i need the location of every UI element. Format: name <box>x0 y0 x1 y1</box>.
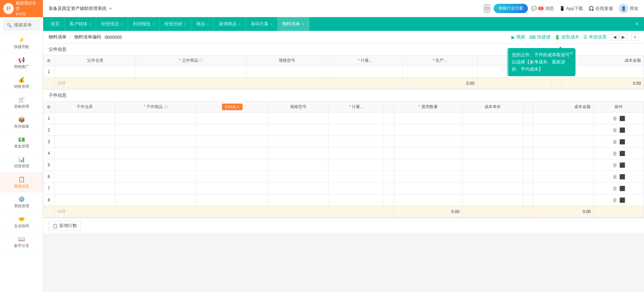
sidebar-item-inventory[interactable]: 📦 库存核算 <box>0 113 43 133</box>
sidebar-item-basics[interactable]: 📋 基础信息 <box>0 173 43 192</box>
child-qty-1[interactable] <box>394 113 462 124</box>
tab-barcode[interactable]: 条码方案 × <box>246 17 277 31</box>
child-unit-cost-3[interactable] <box>462 136 523 148</box>
child-unit-cost-2[interactable] <box>462 124 523 136</box>
child-goods-2[interactable] <box>115 124 196 136</box>
delete-icon-4[interactable]: 🗑 <box>612 151 617 156</box>
child-qty-3[interactable] <box>394 136 462 148</box>
delete-icon-5[interactable]: 🗑 <box>612 162 617 168</box>
child-warehouse-3[interactable] <box>54 136 115 148</box>
message-button[interactable]: 💬 6 消息 <box>531 5 554 12</box>
child-measure-6[interactable] <box>329 171 384 183</box>
child-unit-cost-7[interactable] <box>462 183 523 194</box>
online-service-button[interactable]: 🎧 在线客服 <box>589 5 613 12</box>
delete-icon-6[interactable]: 🗑 <box>612 174 617 179</box>
tab-profit[interactable]: 利润报告 × <box>128 17 160 31</box>
copy-icon-7[interactable]: ⬛ <box>619 186 625 191</box>
child-goods-5[interactable] <box>115 159 196 171</box>
child-warehouse-5[interactable] <box>54 159 115 171</box>
delete-icon-1[interactable]: 🗑 <box>612 116 617 121</box>
child-unit-cost-5[interactable] <box>462 159 523 171</box>
add-rows-button[interactable]: 📋 新增行数 <box>49 221 81 231</box>
child-measure-7[interactable] <box>329 183 384 194</box>
child-measure-2[interactable] <box>329 124 384 136</box>
child-qty-8[interactable] <box>394 194 462 206</box>
sidebar-item-marketing[interactable]: 📢 营销推广 <box>0 53 43 73</box>
child-spec-8[interactable] <box>268 194 329 206</box>
child-unit-cost-1[interactable] <box>462 113 523 124</box>
tab-bom[interactable]: 物料清单 × <box>277 17 309 31</box>
child-qty-6[interactable] <box>394 171 462 183</box>
copy-icon-2[interactable]: ⬛ <box>619 127 625 133</box>
child-measure-4[interactable] <box>329 148 384 159</box>
delete-icon-7[interactable]: 🗑 <box>612 186 617 191</box>
sidebar-item-finance[interactable]: 💵 资金管理 <box>0 133 43 153</box>
child-goods-8[interactable] <box>115 194 196 206</box>
action-view[interactable]: ▶ 视频 <box>511 34 525 40</box>
tab-customer-close[interactable]: × <box>89 22 91 26</box>
action-single-setting[interactable]: ☰ 单据设置 <box>583 34 607 40</box>
child-warehouse-6[interactable] <box>54 171 115 183</box>
sidebar-item-sales[interactable]: 💰 销售管理 <box>0 73 43 93</box>
delete-icon-2[interactable]: 🗑 <box>612 127 617 133</box>
child-warehouse-1[interactable] <box>54 113 115 124</box>
parent-goods-1[interactable] <box>136 66 246 78</box>
nav-next-button[interactable]: ▶ <box>619 34 627 40</box>
child-goods-6[interactable] <box>115 171 196 183</box>
sidebar-item-cooperation[interactable]: 🤝 企业协同 <box>0 212 43 232</box>
app-download-button[interactable]: 📱 App下载 <box>559 5 583 12</box>
tooltip-close-button[interactable]: × <box>570 50 573 57</box>
nav-prev-button[interactable]: ◀ <box>611 34 619 40</box>
copy-icon-3[interactable]: ⬛ <box>619 139 625 144</box>
tab-bom-close[interactable]: × <box>302 22 304 26</box>
expand-button[interactable]: ≡ <box>631 34 639 40</box>
child-goods-7[interactable] <box>115 183 196 194</box>
tab-new-goods-close[interactable]: × <box>238 22 240 26</box>
user-menu-button[interactable]: 👤 用友 <box>619 4 639 13</box>
child-spec-7[interactable] <box>268 183 329 194</box>
child-col-scan[interactable]: 扫码录入 <box>196 102 268 113</box>
delete-icon-8[interactable]: 🗑 <box>612 197 617 203</box>
delete-icon-3[interactable]: 🗑 <box>612 139 617 144</box>
child-unit-cost-8[interactable] <box>462 194 523 206</box>
child-spec-1[interactable] <box>268 113 329 124</box>
scan-input-button[interactable]: 扫码录入 <box>222 104 243 110</box>
child-unit-cost-4[interactable] <box>462 148 523 159</box>
sidebar-item-guide[interactable]: 📖 新手引导 <box>0 232 43 252</box>
tab-history-close[interactable]: × <box>184 22 186 26</box>
tab-customer[interactable]: 客户联络 × <box>65 17 96 31</box>
child-qty-5[interactable] <box>394 159 462 171</box>
child-warehouse-2[interactable] <box>54 124 115 136</box>
child-spec-2[interactable] <box>268 124 329 136</box>
action-cost[interactable]: 💲 提取成本 <box>555 34 579 40</box>
child-warehouse-4[interactable] <box>54 148 115 159</box>
tab-profit-close[interactable]: × <box>152 22 154 26</box>
child-qty-7[interactable] <box>394 183 462 194</box>
child-measure-5[interactable] <box>329 159 384 171</box>
copy-icon-8[interactable]: ⬛ <box>619 197 625 203</box>
parent-spec-1[interactable] <box>246 66 328 78</box>
child-qty-2[interactable] <box>394 124 462 136</box>
child-goods-1[interactable] <box>115 113 196 124</box>
child-goods-3[interactable] <box>115 136 196 148</box>
parent-produce-1[interactable] <box>402 66 477 78</box>
parent-measure-1[interactable] <box>328 66 402 78</box>
parent-warehouse-1[interactable] <box>54 66 136 78</box>
tab-operation[interactable]: 经营情况 × <box>96 17 128 31</box>
sidebar-item-operations[interactable]: 📊 经营管理 <box>0 153 43 173</box>
sidebar-item-quick-nav[interactable]: ⚡ 快捷导航 <box>0 33 43 53</box>
sidebar-item-purchase[interactable]: 🛒 采购管理 <box>0 93 43 113</box>
tab-barcode-close[interactable]: × <box>270 22 272 26</box>
child-qty-4[interactable] <box>394 148 462 159</box>
copy-icon-5[interactable]: ⬛ <box>619 162 625 168</box>
action-shortcut[interactable]: ⌨ 快捷键 <box>529 34 550 40</box>
child-spec-6[interactable] <box>268 171 329 183</box>
child-warehouse-8[interactable] <box>54 194 115 206</box>
child-warehouse-7[interactable] <box>54 183 115 194</box>
copy-icon-1[interactable]: ⬛ <box>619 116 625 121</box>
experience-btn[interactable]: 体验行业方案 <box>494 4 528 13</box>
child-measure-1[interactable] <box>329 113 384 124</box>
child-spec-5[interactable] <box>268 159 329 171</box>
tab-goods-close[interactable]: × <box>207 22 209 26</box>
tab-history[interactable]: 经营历程 × <box>160 17 191 31</box>
